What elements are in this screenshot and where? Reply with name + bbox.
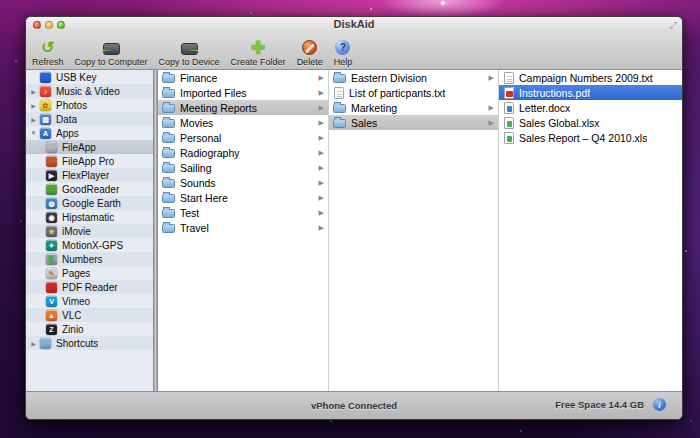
chevron-right-icon: ▶	[319, 149, 324, 157]
sidebar-item-goodreader[interactable]: GoodReader	[26, 182, 153, 196]
folder-icon	[333, 74, 346, 83]
sidebar-item-label: Numbers	[62, 254, 103, 265]
folder-row-sales[interactable]: Sales▶	[329, 115, 498, 130]
sidebar-item-usb-key[interactable]: USB Key	[26, 70, 153, 84]
usb-key-icon	[40, 72, 51, 83]
folder-row-meeting-reports[interactable]: Meeting Reports▶	[158, 100, 328, 115]
chevron-right-icon: ▶	[319, 104, 324, 112]
fileapp-icon	[46, 142, 57, 153]
item-label: Marketing	[351, 102, 397, 114]
file-row-sales-report-q4-2010-xls[interactable]: Sales Report – Q4 2010.xls	[499, 130, 682, 145]
folder-row-radiography[interactable]: Radiography▶	[158, 145, 328, 160]
item-label: Eastern Division	[351, 72, 427, 84]
folder-row-finance[interactable]: Finance▶	[158, 70, 328, 85]
chevron-right-icon: ▶	[319, 194, 324, 202]
folder-column-3: Campaign Numbers 2009.txtInstructions.pd…	[499, 70, 682, 391]
titlebar[interactable]: DiskAid ⤢	[26, 17, 682, 34]
folder-icon	[162, 134, 175, 143]
folder-icon	[162, 149, 175, 158]
sidebar-item-pdf-reader[interactable]: PDF Reader	[26, 280, 153, 294]
disclosure-expanded-icon[interactable]: ▼	[29, 130, 38, 136]
disclosure-collapsed-icon[interactable]: ▶	[29, 102, 38, 109]
file-row-campaign-numbers-2009-txt[interactable]: Campaign Numbers 2009.txt	[499, 70, 682, 85]
toolbar-button-delete[interactable]: Delete	[297, 38, 323, 67]
file-xls-icon	[504, 132, 514, 144]
sidebar-item-label: MotionX-GPS	[62, 240, 123, 251]
motionx-gps-icon: ✦	[46, 240, 57, 251]
sidebar-item-label: FileApp Pro	[62, 156, 114, 167]
folder-row-eastern-division[interactable]: Eastern Division▶	[329, 70, 498, 85]
chevron-right-icon: ▶	[489, 74, 494, 82]
folder-row-movies[interactable]: Movies▶	[158, 115, 328, 130]
toolbar: ↺Refresh←Copy to Computer→Copy to Device…	[26, 33, 682, 70]
flexplayer-icon: ▶	[46, 170, 57, 181]
imovie-icon: ★	[46, 226, 57, 237]
file-xls-icon	[504, 117, 514, 129]
file-row-list-of-particpants-txt[interactable]: List of particpants.txt	[329, 85, 498, 100]
sidebar-item-hipstamatic[interactable]: ◉Hipstamatic	[26, 210, 153, 224]
toolbar-button-refresh[interactable]: ↺Refresh	[32, 38, 64, 67]
item-label: List of particpants.txt	[349, 87, 445, 99]
sidebar-item-label: FileApp	[62, 142, 96, 153]
sidebar-item-vlc[interactable]: ▲VLC	[26, 308, 153, 322]
sidebar-item-music-video[interactable]: ▶♪Music & Video	[26, 84, 153, 98]
resize-icon[interactable]: ⤢	[670, 19, 677, 31]
copy-to-device-icon: →	[181, 38, 198, 57]
file-row-sales-global-xlsx[interactable]: Sales Global.xlsx	[499, 115, 682, 130]
item-label: Start Here	[180, 192, 228, 204]
sidebar-item-label: GoodReader	[62, 184, 119, 195]
disclosure-collapsed-icon[interactable]: ▶	[29, 340, 38, 347]
copy-to-computer-icon: ←	[103, 38, 120, 57]
folder-row-sounds[interactable]: Sounds▶	[158, 175, 328, 190]
folder-row-personal[interactable]: Personal▶	[158, 130, 328, 145]
folder-row-test[interactable]: Test▶	[158, 205, 328, 220]
sidebar-item-shortcuts[interactable]: ▶Shortcuts	[26, 336, 153, 350]
toolbar-button-help[interactable]: ?Help	[334, 38, 353, 67]
toolbar-button-copy-to-device[interactable]: →Copy to Device	[159, 38, 220, 67]
sidebar-item-imovie[interactable]: ★iMovie	[26, 224, 153, 238]
sidebar-item-photos[interactable]: ▶✿Photos	[26, 98, 153, 112]
sidebar-item-zinio[interactable]: ZZinio	[26, 322, 153, 336]
apps-icon: A	[40, 128, 51, 139]
sidebar-item-pages[interactable]: ✎Pages	[26, 266, 153, 280]
hipstamatic-icon: ◉	[46, 212, 57, 223]
sidebar-item-apps[interactable]: ▼AApps	[26, 126, 153, 140]
sidebar-item-vimeo[interactable]: VVimeo	[26, 294, 153, 308]
chevron-right-icon: ▶	[489, 104, 494, 112]
file-doc-icon	[504, 102, 514, 114]
sidebar-item-motionx-gps[interactable]: ✦MotionX-GPS	[26, 238, 153, 252]
refresh-icon: ↺	[41, 38, 54, 57]
status-bar: vPhone Connected Free Space 14.4 GB i	[26, 391, 682, 419]
toolbar-label: Create Folder	[231, 57, 286, 67]
file-row-letter-docx[interactable]: Letter.docx	[499, 100, 682, 115]
toolbar-button-copy-to-computer[interactable]: ←Copy to Computer	[75, 38, 148, 67]
toolbar-button-create-folder[interactable]: ✚Create Folder	[231, 38, 286, 67]
folder-row-marketing[interactable]: Marketing▶	[329, 100, 498, 115]
vlc-icon: ▲	[46, 310, 57, 321]
sidebar-item-flexplayer[interactable]: ▶FlexPlayer	[26, 168, 153, 182]
toolbar-label: Refresh	[32, 57, 64, 67]
google-earth-icon: ◍	[46, 198, 57, 209]
disclosure-collapsed-icon[interactable]: ▶	[29, 116, 38, 123]
sidebar-item-label: PDF Reader	[62, 282, 118, 293]
disclosure-collapsed-icon[interactable]: ▶	[29, 88, 38, 95]
vimeo-icon: V	[46, 296, 57, 307]
sidebar-item-numbers[interactable]: ▊Numbers	[26, 252, 153, 266]
file-pdf-icon	[504, 87, 514, 99]
browser-content: USB Key▶♪Music & Video▶✿Photos▶▤Data▼AAp…	[26, 70, 682, 391]
folder-row-start-here[interactable]: Start Here▶	[158, 190, 328, 205]
sidebar-item-data[interactable]: ▶▤Data	[26, 112, 153, 126]
folder-row-sailing[interactable]: Sailing▶	[158, 160, 328, 175]
sidebar-item-fileapp-pro[interactable]: FileApp Pro	[26, 154, 153, 168]
sidebar-item-label: Hipstamatic	[62, 212, 114, 223]
sidebar-item-google-earth[interactable]: ◍Google Earth	[26, 196, 153, 210]
file-row-instructions-pdf[interactable]: Instructions.pdf	[499, 85, 682, 100]
folder-row-travel[interactable]: Travel▶	[158, 220, 328, 235]
folder-row-imported-files[interactable]: Imported Files▶	[158, 85, 328, 100]
sidebar-item-fileapp[interactable]: FileApp	[26, 140, 153, 154]
pdf-reader-icon	[46, 282, 57, 293]
chevron-right-icon: ▶	[319, 209, 324, 217]
delete-icon	[302, 38, 317, 57]
toolbar-label: Copy to Computer	[75, 57, 148, 67]
info-icon[interactable]: i	[653, 398, 666, 411]
